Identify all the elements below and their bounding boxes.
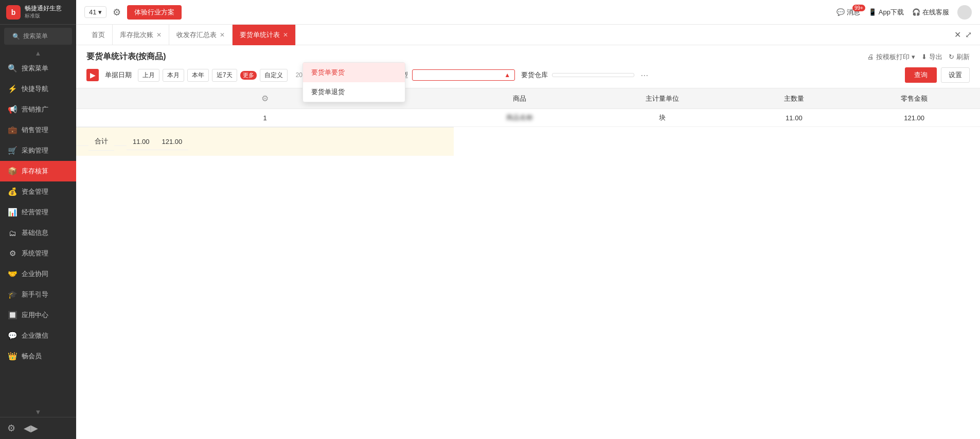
query-button[interactable]: 查询 (905, 67, 937, 83)
message-icon: 💬 (836, 8, 845, 16)
sidebar-item-marketing[interactable]: 📢营销推广 (0, 99, 76, 120)
headset-icon: 🎧 (912, 8, 920, 16)
search-icon: 🔍 (12, 33, 20, 40)
settings-button[interactable]: 设置 (941, 67, 970, 83)
topbar-settings-icon[interactable]: ⚙ (113, 7, 121, 18)
filter-more-icon[interactable]: ··· (640, 70, 648, 81)
topbar: 41 ▾ ⚙ 体验行业方案 💬 消息 99+ 📱 App下载 🎧 在线客服 (76, 0, 980, 25)
table-wrap: ⚙ 商品 主计量单位 主数量 零售金额 1 商品名称 (76, 88, 980, 156)
sidebar-item-operations[interactable]: 📊经营管理 (0, 202, 76, 223)
collapse-icon[interactable]: ◀▶ (24, 423, 38, 434)
sidebar-item-label: 企业协同 (22, 269, 48, 279)
sidebar-item-label: 畅会员 (22, 352, 42, 361)
sidebar-nav: 🔍搜索菜单⚡快捷导航📢营销推广💼销售管理🛒采购管理📦库存核算💰资金管理📊经营管理… (0, 58, 76, 407)
date-last-7days[interactable]: 近7天 (212, 69, 237, 82)
chevron-down-icon: ▾ (98, 8, 102, 16)
print-button[interactable]: 🖨 按模板打印 ▾ (867, 52, 915, 62)
cooperation-icon: 🤝 (7, 269, 17, 279)
app-download-button[interactable]: 📱 App下载 (868, 8, 904, 17)
cell-unit: 块 (585, 109, 739, 127)
tab-summary[interactable]: 收发存汇总表✕ (169, 25, 233, 45)
sidebar-item-guide[interactable]: 🎓新手引导 (0, 284, 76, 305)
sidebar-item-member[interactable]: 👑畅会员 (0, 346, 76, 367)
trial-button[interactable]: 体验行业方案 (127, 5, 182, 20)
message-button[interactable]: 💬 消息 99+ (836, 8, 860, 17)
sidebar-scroll-down[interactable]: ▼ (0, 407, 76, 417)
footer-quantity: 11.00 (127, 134, 156, 150)
sidebar-item-sales[interactable]: 💼销售管理 (0, 120, 76, 140)
dropdown-item-return[interactable]: 要货单退货 (303, 82, 405, 102)
sidebar-item-appcenter[interactable]: 🔲应用中心 (0, 305, 76, 325)
warehouse-area: 要货仓库 ··· (521, 70, 648, 81)
sidebar-item-label: 新手引导 (22, 290, 48, 299)
purchase-icon: 🛒 (7, 145, 17, 156)
tab-close-icon[interactable]: ✕ (156, 31, 162, 39)
marketing-icon: 📢 (7, 104, 17, 115)
expand-icon[interactable]: ⤢ (965, 30, 972, 40)
page-actions: 🖨 按模板打印 ▾ ⬇ 导出 ↻ 刷新 (867, 52, 970, 62)
sidebar-search[interactable]: 🔍 搜索菜单 (4, 28, 72, 45)
logo-icon: b (6, 5, 21, 20)
date-label: 单据日期 (105, 70, 132, 80)
tab-close-icon[interactable]: ✕ (283, 31, 288, 39)
date-this-month[interactable]: 本月 (163, 69, 184, 82)
date-more-badge[interactable]: 更多 (240, 71, 257, 80)
export-button[interactable]: ⬇ 导出 (921, 52, 942, 62)
warehouse-select[interactable] (552, 73, 634, 77)
company-selector[interactable]: 41 ▾ (84, 6, 106, 18)
user-avatar[interactable] (957, 5, 972, 20)
table-row: 1 商品名称 块 11.00 121.00 (76, 109, 980, 127)
refresh-button[interactable]: ↻ 刷新 (949, 52, 970, 62)
basicinfo-icon: 🗂 (7, 228, 17, 238)
date-this-year[interactable]: 本年 (187, 69, 209, 82)
settings-icon[interactable]: ⚙ (7, 423, 15, 434)
online-service-button[interactable]: 🎧 在线客服 (912, 8, 949, 17)
tab-batch[interactable]: 库存批次账✕ (113, 25, 169, 45)
tabs-actions: ✕ ⤢ (954, 30, 972, 40)
sidebar-item-label: 销售管理 (22, 125, 48, 135)
sidebar-scroll-up[interactable]: ▲ (0, 48, 76, 58)
tab-label: 库存批次账 (120, 30, 153, 40)
sidebar-item-inventory[interactable]: 📦库存核算 (0, 161, 76, 181)
finance-icon: 💰 (7, 187, 17, 197)
app-logo: b 畅捷通好生意 标准版 (0, 0, 76, 25)
dropdown-item-order[interactable]: 要货单要货 (303, 63, 405, 82)
col-product: 商品 (454, 88, 585, 109)
sidebar-item-finance[interactable]: 💰资金管理 (0, 181, 76, 202)
tabs-bar: 首页库存批次账✕收发存汇总表✕要货单统计表✕ ✕ ⤢ (76, 25, 980, 45)
filter-actions: 查询 设置 (905, 67, 970, 83)
sidebar-item-label: 应用中心 (22, 310, 48, 320)
sidebar-item-search[interactable]: 🔍搜索菜单 (0, 58, 76, 79)
date-options: 上月 本月 本年 近7天 更多 自定义 (138, 69, 288, 82)
tab-label: 要货单统计表 (240, 30, 280, 40)
tab-close-icon[interactable]: ✕ (220, 31, 225, 39)
filter-bar: ▶ 单据日期 上月 本月 本年 近7天 更多 自定义 2023-05-06 至 … (76, 62, 980, 88)
footer-empty-1 (76, 137, 88, 146)
date-prev-month[interactable]: 上月 (138, 69, 159, 82)
sidebar: b 畅捷通好生意 标准版 🔍 搜索菜单 ▲ 🔍搜索菜单⚡快捷导航📢营销推广💼销售… (0, 0, 76, 439)
search-icon: 🔍 (7, 63, 17, 74)
close-all-icon[interactable]: ✕ (954, 30, 961, 40)
sidebar-item-system[interactable]: ⚙系统管理 (0, 243, 76, 264)
sidebar-item-label: 采购管理 (22, 146, 48, 155)
tab-order_stats[interactable]: 要货单统计表✕ (233, 25, 296, 45)
filter-expand-button[interactable]: ▶ (86, 69, 99, 81)
footer-empty-2 (114, 137, 127, 146)
sidebar-item-cooperation[interactable]: 🤝企业协同 (0, 264, 76, 284)
date-custom[interactable]: 自定义 (260, 69, 288, 82)
type-select-arrow: ▲ (504, 71, 510, 79)
product-name: 商品名称 (506, 114, 533, 121)
footer-label: 合计 (88, 133, 114, 151)
sidebar-item-basicinfo[interactable]: 🗂基础信息 (0, 223, 76, 243)
cell-product: 商品名称 (454, 109, 585, 127)
cell-amount: 121.00 (848, 109, 980, 127)
sidebar-bottom: ⚙ ◀▶ (0, 417, 76, 439)
sidebar-item-purchase[interactable]: 🛒采购管理 (0, 140, 76, 161)
type-select[interactable]: ▲ (412, 69, 515, 81)
sidebar-item-label: 搜索菜单 (22, 64, 48, 73)
sidebar-item-wechat[interactable]: 💬企业微信 (0, 325, 76, 346)
guide-icon: 🎓 (7, 289, 17, 300)
sidebar-item-quicknav[interactable]: ⚡快捷导航 (0, 79, 76, 99)
tab-home[interactable]: 首页 (84, 25, 113, 45)
table-footer-row: 合计 11.00 121.00 (76, 127, 454, 156)
